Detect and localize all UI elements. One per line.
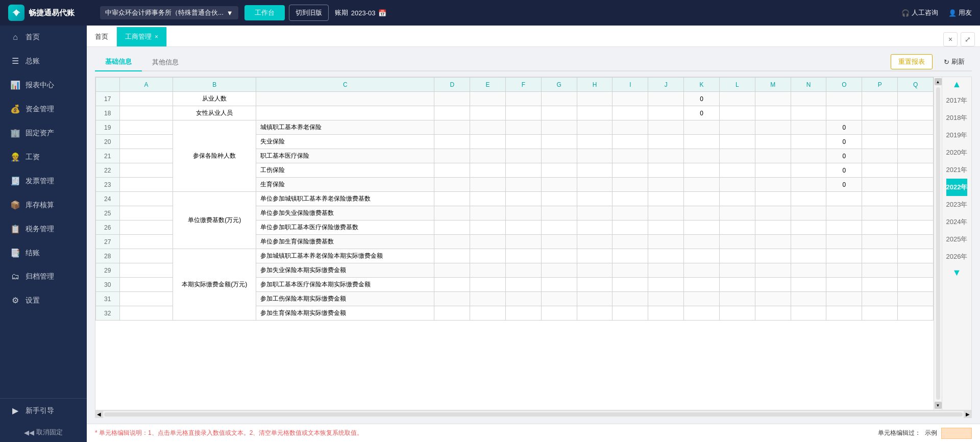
cell-l[interactable] (719, 92, 755, 106)
year-item[interactable]: 2017年 (946, 92, 968, 109)
cell-m[interactable] (755, 163, 791, 178)
cell-q[interactable] (898, 178, 934, 192)
cell-a[interactable] (119, 220, 173, 235)
cell-e[interactable] (470, 106, 506, 120)
h-scroll-left[interactable]: ◀ (95, 411, 103, 418)
sidebar-item-report[interactable]: 📊 报表中心 (0, 73, 87, 97)
cell-m[interactable] (755, 249, 791, 263)
cell-l[interactable] (719, 163, 755, 178)
cell-g[interactable] (541, 120, 577, 135)
workbench-button[interactable]: 工作台 (244, 5, 285, 20)
cell-g[interactable] (541, 92, 577, 106)
cell-i[interactable] (612, 292, 648, 306)
year-item[interactable]: 2025年 (946, 231, 968, 248)
cell-f[interactable] (506, 149, 542, 163)
cell-h[interactable] (577, 178, 612, 192)
cell-n[interactable] (791, 206, 826, 220)
cell-d[interactable] (434, 263, 470, 278)
cell-i[interactable] (612, 263, 648, 278)
cell-a[interactable] (119, 235, 173, 249)
cell-q[interactable] (898, 106, 934, 120)
tab-industry[interactable]: 工商管理 × (117, 27, 167, 46)
cell-i[interactable] (612, 220, 648, 235)
cell-c[interactable]: 职工基本医疗保险 (256, 149, 434, 163)
cell-i[interactable] (612, 163, 648, 178)
tab-close-icon[interactable]: × (155, 33, 158, 40)
cell-m[interactable] (755, 92, 791, 106)
cell-k[interactable] (684, 206, 720, 220)
cell-n[interactable] (791, 178, 826, 192)
cell-f[interactable] (506, 106, 542, 120)
cell-p[interactable] (862, 306, 898, 321)
cell-p[interactable] (862, 106, 898, 120)
cell-g[interactable] (541, 235, 577, 249)
cell-l[interactable] (719, 206, 755, 220)
cell-m[interactable] (755, 292, 791, 306)
sidebar-item-invoice[interactable]: 🧾 发票管理 (0, 169, 87, 193)
cell-c[interactable]: 参加职工基本医疗保险本期实际缴费金额 (256, 278, 434, 292)
cell-b[interactable]: 参保各险种人数 (173, 120, 256, 192)
cell-n[interactable] (791, 235, 826, 249)
cell-l[interactable] (719, 306, 755, 321)
cell-k[interactable] (684, 249, 720, 263)
cell-d[interactable] (434, 306, 470, 321)
cell-f[interactable] (506, 220, 542, 235)
cell-h[interactable] (577, 278, 612, 292)
cell-h[interactable] (577, 249, 612, 263)
cell-a[interactable] (119, 263, 173, 278)
cell-k[interactable] (684, 149, 720, 163)
cell-d[interactable] (434, 220, 470, 235)
cell-h[interactable] (577, 135, 612, 149)
cell-e[interactable] (470, 192, 506, 206)
cell-k[interactable] (684, 292, 720, 306)
cell-j[interactable] (648, 292, 684, 306)
cell-e[interactable] (470, 306, 506, 321)
cell-c[interactable]: 单位参加生育保险缴费基数 (256, 235, 434, 249)
cell-h[interactable] (577, 163, 612, 178)
h-scroll-right[interactable]: ▶ (964, 411, 972, 418)
cell-p[interactable] (862, 192, 898, 206)
cell-p[interactable] (862, 120, 898, 135)
cell-m[interactable] (755, 149, 791, 163)
cell-f[interactable] (506, 249, 542, 263)
cell-h[interactable] (577, 306, 612, 321)
year-item[interactable]: 2023年 (946, 196, 968, 213)
cell-l[interactable] (719, 220, 755, 235)
cell-m[interactable] (755, 106, 791, 120)
cell-i[interactable] (612, 306, 648, 321)
cell-j[interactable] (648, 206, 684, 220)
cell-c[interactable] (256, 106, 434, 120)
cell-i[interactable] (612, 120, 648, 135)
cell-o[interactable]: 0 (826, 163, 862, 178)
cell-c[interactable]: 生育保险 (256, 178, 434, 192)
year-item[interactable]: 2024年 (946, 213, 968, 231)
cell-a[interactable] (119, 178, 173, 192)
cell-e[interactable] (470, 249, 506, 263)
cell-n[interactable] (791, 220, 826, 235)
cell-l[interactable] (719, 263, 755, 278)
cell-c[interactable] (256, 92, 434, 106)
cell-o[interactable]: 0 (826, 149, 862, 163)
cell-o[interactable] (826, 92, 862, 106)
cell-g[interactable] (541, 306, 577, 321)
cell-a[interactable] (119, 278, 173, 292)
sidebar-item-home[interactable]: ⌂ 首页 (0, 26, 87, 49)
cell-g[interactable] (541, 149, 577, 163)
cell-k[interactable] (684, 163, 720, 178)
cell-a[interactable] (119, 135, 173, 149)
sub-tab-basic[interactable]: 基础信息 (95, 53, 142, 71)
cell-d[interactable] (434, 249, 470, 263)
cell-h[interactable] (577, 120, 612, 135)
cell-m[interactable] (755, 263, 791, 278)
cell-k[interactable] (684, 306, 720, 321)
cell-l[interactable] (719, 278, 755, 292)
year-item[interactable]: 2021年 (946, 161, 968, 179)
cell-d[interactable] (434, 106, 470, 120)
cell-k[interactable] (684, 135, 720, 149)
cell-m[interactable] (755, 278, 791, 292)
cell-j[interactable] (648, 135, 684, 149)
scroll-down-btn[interactable]: ▼ (935, 402, 942, 409)
cell-p[interactable] (862, 163, 898, 178)
cell-p[interactable] (862, 178, 898, 192)
cell-k[interactable] (684, 192, 720, 206)
